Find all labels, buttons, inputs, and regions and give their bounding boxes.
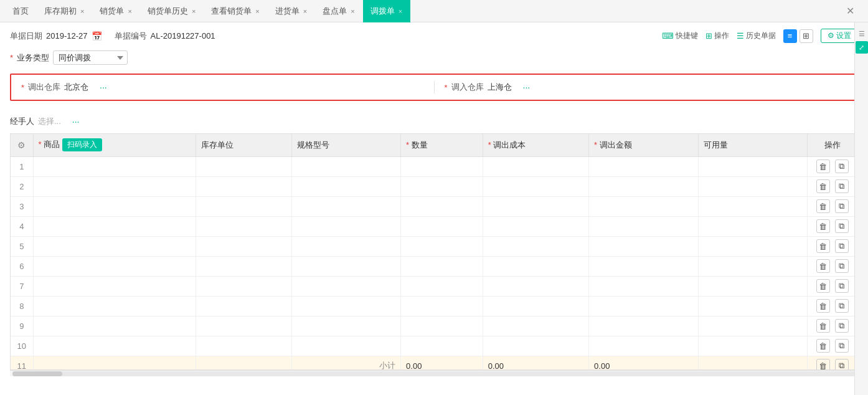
action-cell: 🗑 ⧉ — [808, 156, 857, 176]
copy-row-button[interactable]: ⧉ — [835, 259, 849, 273]
table-row: 9 🗑 ⧉ — [11, 316, 857, 336]
table-row: 10 🗑 ⧉ — [11, 336, 857, 356]
copy-row-button[interactable]: ⧉ — [835, 219, 849, 233]
table-header-row: ⚙ * 商品 扫码录入 库存单位 规格型号 * 数量 — [11, 134, 857, 156]
th-action: 操作 — [808, 134, 857, 156]
tab-transfer[interactable]: 调拨单 × — [363, 0, 410, 22]
biz-type-field: * 业务类型 同价调拨 — [10, 50, 128, 65]
th-cost: * 调出成本 — [483, 134, 588, 156]
shortcut-action[interactable]: ⌨ 快捷键 — [662, 31, 698, 41]
copy-row-button[interactable]: ⧉ — [835, 359, 849, 370]
tab-sales-history[interactable]: 销货单历史 × — [140, 0, 204, 22]
tab-inventory-init[interactable]: 库存期初 × — [37, 0, 92, 22]
close-icon[interactable]: × — [192, 7, 196, 15]
delete-row-button[interactable]: 🗑 — [816, 219, 830, 233]
operation-action[interactable]: ⊞ 操作 — [705, 31, 729, 41]
copy-row-button[interactable]: ⧉ — [835, 199, 849, 213]
tab-bar: 首页 库存期初 × 销货单 × 销货单历史 × 查看销货单 × 进货单 × 盘点… — [0, 0, 868, 22]
date-label: 单据日期 — [10, 31, 42, 42]
biz-type-row: * 业务类型 同价调拨 — [10, 50, 858, 65]
main-content: 单据日期 2019-12-27 📅 单据编号 AL-20191227-001 ⌨… — [0, 22, 868, 383]
window-close-button[interactable]: ✕ — [842, 4, 858, 18]
warehouse-out-more-button[interactable]: ··· — [97, 82, 110, 92]
date-field: 单据日期 2019-12-27 📅 — [10, 31, 102, 42]
warehouse-in-field: * 调入仓库 上海仓 ··· — [445, 82, 847, 93]
close-icon[interactable]: × — [303, 7, 307, 15]
handler-more-button[interactable]: ··· — [70, 117, 82, 126]
scan-button[interactable]: 扫码录入 — [62, 138, 102, 151]
tab-sales-order[interactable]: 销货单 × — [92, 0, 139, 22]
subtotal-amount: 0.00 — [589, 356, 698, 370]
table-row: 3 🗑 ⧉ — [11, 196, 857, 216]
delete-row-button[interactable]: 🗑 — [816, 199, 830, 213]
delete-row-button[interactable]: 🗑 — [816, 279, 830, 293]
copy-row-button[interactable]: ⧉ — [835, 319, 849, 333]
grid-icon: ⊞ — [705, 31, 712, 40]
settings-icon: ⚙ — [828, 31, 834, 40]
date-value: 2019-12-27 — [46, 31, 88, 40]
qty-cell[interactable] — [401, 156, 483, 176]
doc-num-field: 单据编号 AL-20191227-001 — [115, 31, 215, 42]
delete-row-button[interactable]: 🗑 — [816, 239, 830, 253]
table-row: 5 🗑 ⧉ — [11, 236, 857, 256]
product-table: ⚙ * 商品 扫码录入 库存单位 规格型号 * 数量 — [11, 134, 857, 370]
handler-select[interactable]: 选择... — [38, 116, 61, 127]
sidebar-list-button[interactable]: ☰ — [856, 27, 868, 40]
product-table-container: ⚙ * 商品 扫码录入 库存单位 规格型号 * 数量 — [10, 133, 858, 370]
table-gear-button[interactable]: ⚙ — [17, 140, 26, 150]
handler-field: 经手人 选择... ··· — [10, 116, 858, 127]
calendar-icon[interactable]: 📅 — [92, 31, 102, 41]
delete-row-button[interactable]: 🗑 — [816, 339, 830, 353]
close-icon[interactable]: × — [351, 7, 354, 15]
delete-row-button[interactable]: 🗑 — [816, 359, 830, 370]
history-icon: ☰ — [737, 31, 744, 40]
copy-row-button[interactable]: ⧉ — [835, 239, 849, 253]
subtotal-qty: 0.00 — [401, 356, 483, 370]
copy-row-button[interactable]: ⧉ — [835, 339, 849, 353]
close-icon[interactable]: × — [80, 7, 84, 15]
table-row: 4 🗑 ⧉ — [11, 216, 857, 236]
delete-row-button[interactable]: 🗑 — [816, 259, 830, 273]
close-icon[interactable]: × — [399, 7, 402, 15]
delete-row-button[interactable]: 🗑 — [816, 159, 830, 173]
settings-button[interactable]: ⚙ 设置 — [821, 29, 858, 43]
grid-view-btn[interactable]: ⊞ — [800, 29, 813, 43]
cost-cell[interactable] — [483, 156, 588, 176]
required-star-in: * — [445, 83, 448, 92]
warehouse-in-more-button[interactable]: ··· — [521, 82, 533, 92]
available-cell — [698, 156, 808, 176]
warehouse-divider — [434, 81, 435, 93]
biz-type-select[interactable]: 同价调拨 — [53, 50, 128, 65]
subtotal-cost: 0.00 — [483, 356, 588, 370]
warehouse-section: * 调出仓库 北京仓 ··· * 调入仓库 上海仓 ··· — [10, 74, 858, 101]
copy-row-button[interactable]: ⧉ — [835, 299, 849, 313]
table-row: 2 🗑 ⧉ — [11, 176, 857, 196]
close-icon[interactable]: × — [255, 7, 259, 15]
list-view-btn[interactable]: ≡ — [783, 29, 797, 43]
unit-cell — [196, 156, 292, 176]
tab-view-sales[interactable]: 查看销货单 × — [204, 0, 267, 22]
tab-stocktake[interactable]: 盘点单 × — [315, 0, 362, 22]
bottom-scrollbar[interactable] — [10, 370, 858, 376]
warehouse-out-field: * 调出仓库 北京仓 ··· — [21, 82, 424, 93]
delete-row-button[interactable]: 🗑 — [816, 319, 830, 333]
history-action[interactable]: ☰ 历史单据 — [737, 31, 776, 41]
copy-row-button[interactable]: ⧉ — [835, 159, 849, 173]
sidebar-expand-button[interactable]: ⤢ — [856, 41, 868, 54]
th-amount: * 调出金额 — [589, 134, 698, 156]
right-sidebar: ☰ ⤢ — [854, 22, 868, 383]
copy-row-button[interactable]: ⧉ — [835, 179, 849, 193]
form-section: * 业务类型 同价调拨 * 调出仓库 北京仓 ··· * 调入仓库 — [10, 50, 858, 127]
form-header-right: ⌨ 快捷键 ⊞ 操作 ☰ 历史单据 ≡ ⊞ ⚙ 设置 — [662, 29, 858, 43]
form-header-left: 单据日期 2019-12-27 📅 单据编号 AL-20191227-001 — [10, 31, 215, 42]
delete-row-button[interactable]: 🗑 — [816, 179, 830, 193]
delete-row-button[interactable]: 🗑 — [816, 299, 830, 313]
product-cell[interactable] — [33, 156, 196, 176]
close-icon[interactable]: × — [128, 7, 131, 15]
view-toggle: ≡ ⊞ — [783, 29, 813, 43]
copy-row-button[interactable]: ⧉ — [835, 279, 849, 293]
tab-home[interactable]: 首页 — [5, 0, 37, 22]
required-star: * — [10, 53, 13, 62]
tab-purchase[interactable]: 进货单 × — [268, 0, 315, 22]
table-row: 7 🗑 ⧉ — [11, 276, 857, 296]
